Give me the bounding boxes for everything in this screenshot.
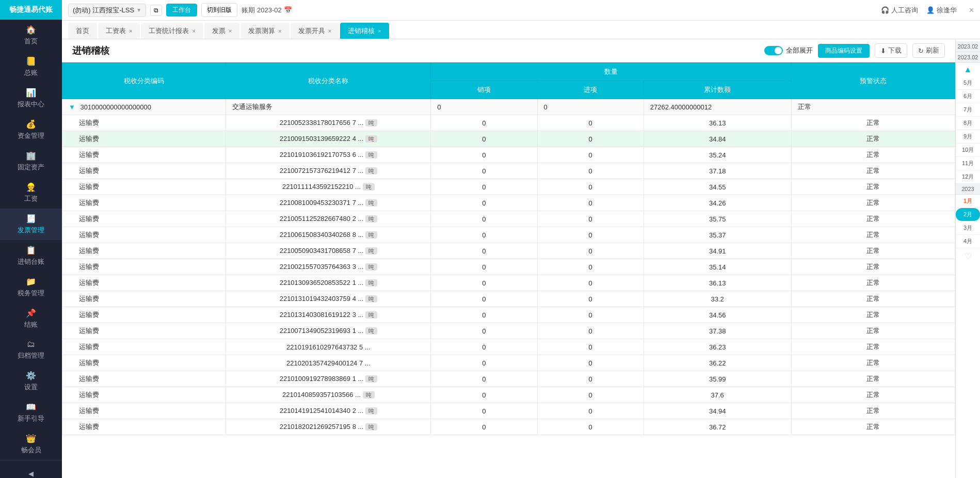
rp-month-11[interactable]: 11月 <box>956 157 980 170</box>
item-purchase: 0 <box>537 403 644 419</box>
sidebar-item-assets[interactable]: 🏢 固定资产 <box>0 146 62 177</box>
page-header: 进销稽核 全部展开 商品编码设置 ⬇ 下载 ↻ 刷新 <box>62 39 955 62</box>
user-menu[interactable]: 👤 徐逢华 <box>926 6 957 15</box>
sidebar-item-settings[interactable]: ⚙️ 设置 <box>0 365 62 397</box>
close-button[interactable]: × <box>969 6 974 15</box>
col-tax-code-header: 税收分类编码 <box>62 63 226 99</box>
rp-year-2023-02-b: 2023.02 <box>956 52 980 63</box>
tab-reconcile-close[interactable]: × <box>378 28 381 34</box>
rp-month-3[interactable]: 3月 <box>956 221 980 235</box>
tab-invoice-issue[interactable]: 发票开具 × <box>291 23 339 39</box>
table-row: ▼ 3010000000000000000 交通运输服务 0 0 27262.4… <box>62 99 955 115</box>
item-cumulative: 35.99 <box>644 371 791 387</box>
copy-button[interactable]: ⧉ <box>150 5 162 16</box>
rp-month-4[interactable]: 4月 <box>956 235 980 248</box>
tab-reconcile-label: 进销稽核 <box>348 26 375 36</box>
rp-month-8[interactable]: 8月 <box>956 117 980 130</box>
item-name-cell: 运输费 <box>62 355 226 371</box>
calendar-icon[interactable]: 📅 <box>284 6 292 14</box>
heart-icon: ♡ <box>961 248 975 264</box>
rp-month-12[interactable]: 12月 <box>956 170 980 184</box>
item-code-cell: 2210191610297643732 5 ... <box>226 339 431 355</box>
sidebar-item-member[interactable]: 👑 畅会员 <box>0 428 62 460</box>
rp-month-6[interactable]: 6月 <box>956 90 980 103</box>
download-button[interactable]: ⬇ 下载 <box>875 43 907 58</box>
table-row: 运输费 2210051125282667480 2 ... 吨 0 0 35.7… <box>62 211 955 227</box>
tab-invoice[interactable]: 发票 × <box>204 23 239 39</box>
item-name-cell: 运输费 <box>62 419 226 435</box>
rp-year-2023: 2023 <box>956 184 980 195</box>
rp-month-10[interactable]: 10月 <box>956 144 980 157</box>
table-row: 运输费 2210131019432403759 4 ... 吨 0 0 33.2… <box>62 291 955 307</box>
item-sales: 0 <box>431 259 537 275</box>
toggle-switch[interactable] <box>764 46 783 55</box>
member-icon: 👑 <box>26 434 36 443</box>
tab-invoice-calc[interactable]: 发票测算 × <box>240 23 289 39</box>
tab-reconcile[interactable]: 进销稽核 × <box>340 23 389 39</box>
sidebar-item-home[interactable]: 🏠 首页 <box>0 20 62 51</box>
content-area: 进销稽核 全部展开 商品编码设置 ⬇ 下载 ↻ 刷新 <box>62 39 980 478</box>
item-sales: 0 <box>431 339 537 355</box>
rp-month-2[interactable]: 2月 <box>956 208 980 221</box>
item-code-cell: 2210071349052319693 1 ... 吨 <box>226 323 431 339</box>
rp-month-1[interactable]: 1月 <box>956 195 980 208</box>
topbar-right: 🎧 人工咨询 👤 徐逢华 × <box>881 6 974 15</box>
rp-month-5[interactable]: 5月 <box>956 76 980 90</box>
tab-payroll-stats[interactable]: 工资统计报表 × <box>141 23 203 39</box>
sidebar-item-payroll[interactable]: 👷 工资 <box>0 177 62 209</box>
reconcile-table: 税收分类编码 税收分类名称 数量 预警状态 销项 进项 累计数额 <box>62 62 955 435</box>
period-label: 账期 2023-02 📅 <box>242 6 292 15</box>
switch-version-button[interactable]: 切到旧版 <box>201 3 237 17</box>
tab-invoice-calc-close[interactable]: × <box>278 28 281 34</box>
item-code-cell: 2210131019432403759 4 ... 吨 <box>226 291 431 307</box>
col-sales-header: 销项 <box>431 81 537 99</box>
item-sales: 0 <box>431 275 537 291</box>
toggle-expand[interactable]: 全部展开 <box>764 46 813 55</box>
expand-icon[interactable]: ▼ <box>69 103 75 111</box>
tab-home[interactable]: 首页 <box>68 23 97 39</box>
table-row: 运输费 2210100919278983869 1 ... 吨 0 0 35.9… <box>62 371 955 387</box>
item-purchase: 0 <box>537 259 644 275</box>
item-name-cell: 运输费 <box>62 163 226 179</box>
rp-month-9[interactable]: 9月 <box>956 130 980 144</box>
sidebar-item-reports[interactable]: 📊 报表中心 <box>0 83 62 114</box>
sidebar-item-ledger[interactable]: 📒 总账 <box>0 51 62 83</box>
group-sales: 0 <box>431 99 537 115</box>
funds-icon: 💰 <box>26 119 36 129</box>
company-selector[interactable]: (勿动) 江西报宝-LSS ▼ <box>68 4 146 17</box>
item-name-cell: 运输费 <box>62 147 226 163</box>
sidebar-unpin[interactable]: ◀ 取消固定 <box>0 465 62 478</box>
item-code-cell: 2210201357429400124 7 ... <box>226 355 431 371</box>
support-link[interactable]: 🎧 人工咨询 <box>881 6 918 15</box>
sidebar-item-archive[interactable]: 🗂 归档管理 <box>0 334 62 365</box>
item-purchase: 0 <box>537 179 644 195</box>
item-cumulative: 34.26 <box>644 195 791 211</box>
tab-payroll-stats-close[interactable]: × <box>192 28 195 34</box>
table-row: 运输费 2210191036192170753 6 ... 吨 0 0 35.2… <box>62 147 955 163</box>
main-area: (勿动) 江西报宝-LSS ▼ ⧉ 工作台 切到旧版 账期 2023-02 📅 … <box>62 0 980 478</box>
item-cumulative: 37.38 <box>644 323 791 339</box>
unit-tag: 吨 <box>365 135 377 142</box>
item-cumulative: 34.55 <box>644 179 791 195</box>
unit-tag: 吨 <box>365 119 377 126</box>
commodity-code-settings-button[interactable]: 商品编码设置 <box>818 44 870 58</box>
sidebar-item-funds[interactable]: 💰 资金管理 <box>0 114 62 146</box>
sidebar-item-close[interactable]: 📌 结账 <box>0 303 62 334</box>
sidebar-item-inout[interactable]: 📋 进销台账 <box>0 240 62 272</box>
tab-payroll-close[interactable]: × <box>129 28 132 34</box>
item-cumulative: 37.18 <box>644 163 791 179</box>
refresh-button[interactable]: ↻ 刷新 <box>912 43 945 58</box>
tab-invoice-issue-close[interactable]: × <box>328 28 331 34</box>
workbench-button[interactable]: 工作台 <box>166 4 197 17</box>
rp-scroll-up[interactable]: ▲ <box>962 63 974 76</box>
sidebar-item-invoice[interactable]: 🧾 发票管理 <box>0 209 62 240</box>
rp-month-7[interactable]: 7月 <box>956 103 980 117</box>
sidebar-item-tax[interactable]: 📁 税务管理 <box>0 272 62 303</box>
unit-tag: 吨 <box>365 263 377 270</box>
item-code-cell: 2210140859357103566 ... 吨 <box>226 387 431 403</box>
table-row: 运输费 2210050903431708658 7 ... 吨 0 0 34.9… <box>62 243 955 259</box>
sidebar-item-guide[interactable]: 📖 新手引导 <box>0 397 62 428</box>
tab-payroll[interactable]: 工资表 × <box>98 23 140 39</box>
tab-invoice-close[interactable]: × <box>229 28 232 34</box>
table-row: 运输费 2210140859357103566 ... 吨 0 0 37.6 正… <box>62 387 955 403</box>
